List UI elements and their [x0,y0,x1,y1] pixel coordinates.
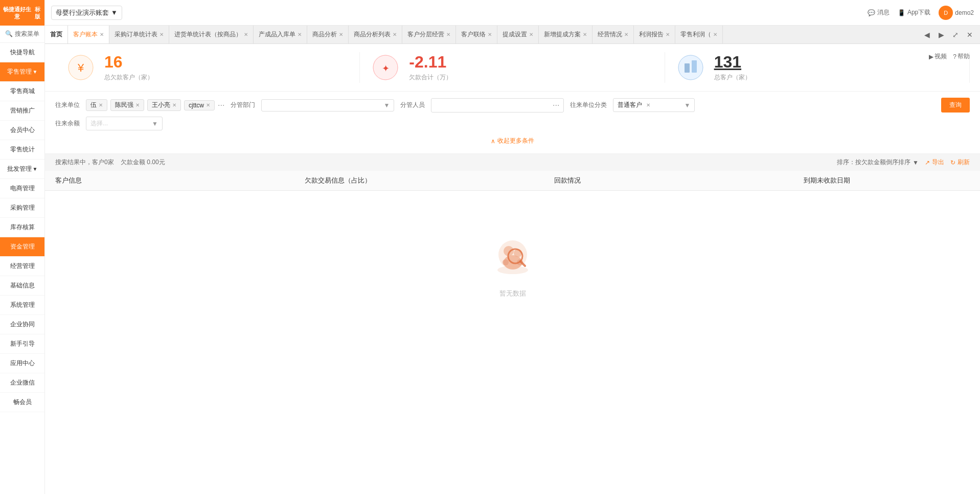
sidebar-item-sys-mgmt[interactable]: 系统管理 [0,296,44,315]
tab-close-icon[interactable]: ✕ [339,32,343,37]
sidebar-item-batch-mgmt[interactable]: 批发管理 ▼ [0,160,44,179]
chevron-down-icon: ▼ [913,159,919,166]
remove-tag-0[interactable]: ✕ [99,102,103,108]
tab-close-icon[interactable]: ✕ [583,32,587,37]
sidebar-item-enterprise-wechat[interactable]: 企业微信 [0,373,44,393]
sidebar-item-purchase[interactable]: 采购管理 [0,198,44,218]
svg-point-4 [678,55,703,80]
tab-close-icon[interactable]: ✕ [446,32,450,37]
tab-customer-contact[interactable]: 客户联络 ✕ [456,26,497,44]
tab-product-entry[interactable]: 产成品入库单 ✕ [254,26,307,44]
remove-category-tag[interactable]: ✕ [646,102,650,108]
sidebar-item-basic-info[interactable]: 基础信息 [0,276,44,296]
tab-close-icon[interactable]: ✕ [713,32,717,37]
stat-label-customers: 总欠款客户（家） [104,73,153,82]
stat-label-total: 总客户（家） [714,73,751,82]
remove-tag-3[interactable]: ✕ [206,102,210,108]
filter-tag-3[interactable]: cjttcw ✕ [184,100,215,110]
sidebar-item-inventory[interactable]: 库存核算 [0,218,44,237]
export-btn[interactable]: ↗ 导出 [925,158,944,167]
sidebar-item-enterprise-coop[interactable]: 企业协同 [0,315,44,334]
sidebar-item-vip-member[interactable]: 畅会员 [0,393,44,412]
chevron-down-icon: ▼ [152,120,158,127]
search-result-text: 搜索结果中，客户0家 欠款金额 0.00元 [55,158,165,167]
tab-purchase-order[interactable]: 采购订单统计表 ✕ [109,26,169,44]
stat-value-total: 131 [714,53,751,71]
filter-dept-select[interactable]: ▼ [261,99,394,111]
tab-close-icon[interactable]: ✕ [666,32,670,37]
tab-ops-situation[interactable]: 经营情况 ✕ [592,26,634,44]
sidebar-item-retail-stats[interactable]: 零售统计 [0,140,44,160]
org-name: 母婴行业演示账套 [56,8,109,17]
sidebar-item-finance[interactable]: 资金管理 [0,237,44,257]
tab-close-icon[interactable]: ✕ [393,32,397,37]
sidebar-item-quick-nav[interactable]: 快捷导航 [0,43,44,62]
tab-close-icon[interactable]: ✕ [100,32,104,37]
filter-tag-0[interactable]: 伍 ✕ [86,99,107,111]
sidebar-item-app-center[interactable]: 应用中心 [0,354,44,373]
tab-next-btn[interactable]: ▶ [935,29,947,41]
filter-person-select[interactable]: ··· [431,98,564,113]
sidebar-item-retail-mgmt[interactable]: 零售管理 ▼ [0,62,44,82]
app-download-btn[interactable]: 📱 App下载 [898,8,930,17]
more-tags-btn[interactable]: ··· [218,101,224,109]
top-bar-right: 💬 消息 📱 App下载 D demo2 [868,6,974,20]
search-icon: 🔍 [5,30,13,37]
query-button[interactable]: 查询 [941,98,970,113]
tab-close-icon[interactable]: ✕ [529,32,533,37]
empty-state: 暂无数据 [45,191,980,339]
filter-tags: 伍 ✕ 陈民强 ✕ 王小亮 ✕ cjttcw ✕ ··· [86,99,224,111]
col-header-repayment: 回款情况 [554,176,804,185]
export-icon: ↗ [925,159,930,166]
tab-home[interactable]: 首页 [45,26,68,44]
sort-selector[interactable]: 排序：按欠款金额倒序排序 ▼ [837,158,919,167]
tab-profit-report[interactable]: 利润报告 ✕ [634,26,675,44]
sidebar-item-marketing[interactable]: 营销推广 [0,101,44,121]
tab-new-suggest[interactable]: 新增提成方案 ✕ [539,26,592,44]
tab-product-analysis-list[interactable]: 商品分析列表 ✕ [349,26,402,44]
remove-tag-1[interactable]: ✕ [135,102,140,108]
tab-prev-btn[interactable]: ◀ [921,29,933,41]
tab-close-icon[interactable]: ✕ [298,32,302,37]
filter-label-balance: 往来余额 [55,119,80,128]
tab-close-icon[interactable]: ✕ [244,32,248,37]
collapse-filter-btn[interactable]: ∧ 收起更多条件 [489,134,536,147]
refresh-btn[interactable]: ↻ 刷新 [950,158,970,167]
tab-suggest-settings[interactable]: 提成设置 ✕ [497,26,539,44]
filter-category-select[interactable]: 普通客户 ✕ ▼ [613,98,695,112]
filter-area: 往来单位 伍 ✕ 陈民强 ✕ 王小亮 ✕ cjttcw [45,92,980,154]
sidebar-item-ecommerce[interactable]: 电商管理 [0,179,44,198]
sidebar-item-ops[interactable]: 经营管理 [0,257,44,276]
video-btn[interactable]: ▶ 视频 [929,52,947,61]
help-btn[interactable]: ? 帮助 [953,52,970,61]
dots-icon[interactable]: ··· [553,101,559,110]
remove-tag-2[interactable]: ✕ [172,102,176,108]
tab-retail-profit[interactable]: 零售利润（ ✕ [675,26,723,44]
table-header: 客户信息 欠款交易信息（占比） 回款情况 到期未收款日期 [45,171,980,191]
tab-close-icon[interactable]: ✕ [624,32,628,37]
filter-tag-2[interactable]: 王小亮 ✕ [147,99,181,111]
tab-close-icon[interactable]: ✕ [159,32,164,37]
org-selector[interactable]: 母婴行业演示账套 ▼ [51,6,122,20]
sidebar-item-retail-mall[interactable]: 零售商城 [0,82,44,101]
message-btn[interactable]: 💬 消息 [868,8,890,17]
top-bar: 母婴行业演示账套 ▼ 💬 消息 📱 App下载 D demo2 [45,0,980,26]
tab-expand-btn[interactable]: ⤢ [949,29,962,41]
user-profile[interactable]: D demo2 [939,6,974,20]
search-result-actions: 排序：按欠款金额倒序排序 ▼ ↗ 导出 ↻ 刷新 [837,158,970,167]
tab-customer-segment[interactable]: 客户分层经营 ✕ [402,26,456,44]
filter-tag-1[interactable]: 陈民强 ✕ [110,99,144,111]
col-header-date: 到期未收款日期 [804,176,970,185]
sidebar-item-new-guide[interactable]: 新手引导 [0,334,44,354]
tab-incoming-stats[interactable]: 进货单统计表（按商品） ✕ [169,26,254,44]
sidebar-item-member[interactable]: 会员中心 [0,121,44,140]
search-menu[interactable]: 🔍 搜索菜单 [0,26,44,43]
chevron-down-icon: ▼ [33,166,38,172]
stat-actions: ▶ 视频 ? 帮助 [929,52,970,61]
avatar: D [939,6,953,20]
tab-close-all-btn[interactable]: ✕ [964,29,976,41]
tab-close-icon[interactable]: ✕ [488,32,492,37]
filter-balance-select[interactable]: 选择... ▼ [86,117,163,130]
tab-customer-account[interactable]: 客户账本 ✕ [68,26,109,44]
tab-product-analysis[interactable]: 商品分析 ✕ [307,26,349,44]
